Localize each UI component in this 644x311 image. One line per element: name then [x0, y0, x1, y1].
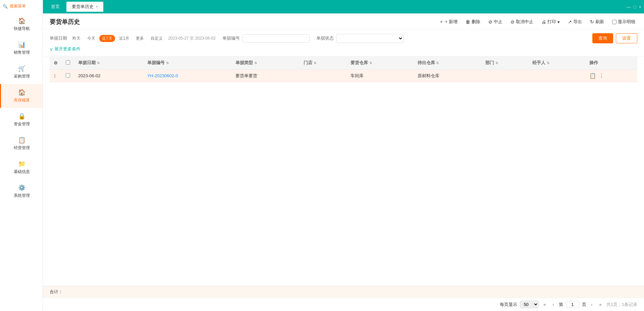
date-btn-yesterday[interactable]: 昨天: [70, 35, 83, 42]
window-controls: — □ ×: [627, 4, 641, 9]
col-order-no: 单据编号 ⇅: [143, 56, 232, 70]
col-store: 门店 ⇅: [300, 56, 346, 70]
sidebar-item-sales[interactable]: 📊 销售管理: [0, 36, 43, 60]
sidebar-item-label: 经营管理: [14, 145, 30, 151]
date-btn-custom[interactable]: 自定义: [148, 35, 165, 42]
sidebar-item-label: 系统管理: [14, 193, 30, 198]
print-button[interactable]: 🖨 打印 ▾: [539, 17, 562, 26]
table-area: ⚙ 单据日期 ⇅ 单据编号 ⇅ 单据类型: [43, 56, 644, 286]
order-no-filter-group: 单据编号: [222, 34, 310, 43]
date-range-display: 2023-05-27 至 2023-06-02: [168, 36, 215, 41]
col-req-warehouse: 要货仓库 ⇅: [346, 56, 413, 70]
cell-num: 1: [50, 70, 62, 82]
pagination: 每页显示 20 50 100 « ‹ 第 页 › » 共1页，1条记录: [43, 298, 644, 311]
query-button[interactable]: 查询: [592, 33, 613, 43]
order-no-input[interactable]: [243, 34, 310, 43]
sort-store-icon[interactable]: ⇅: [314, 61, 316, 65]
sort-date-icon[interactable]: ⇅: [97, 61, 100, 65]
sort-type-icon[interactable]: ⇅: [254, 61, 257, 65]
settings-button[interactable]: 设置: [616, 33, 637, 43]
filter-row-1: 单据日期 昨天 今天 近7天 近1月 更多 自定义 2023-05-27 至 2…: [50, 33, 637, 43]
inventory-icon: 🏠: [18, 89, 25, 96]
close-button[interactable]: ×: [639, 4, 641, 9]
sidebar-item-label: 资金管理: [14, 121, 30, 127]
sidebar-item-finance[interactable]: 🔒 资金管理: [0, 108, 43, 132]
date-shortcuts: 昨天 今天 近7天 近1月 更多 自定义: [70, 35, 165, 42]
status-select[interactable]: [336, 34, 404, 43]
sort-dept-icon[interactable]: ⇅: [495, 61, 498, 65]
page-size-select[interactable]: 20 50 100: [520, 301, 539, 308]
sidebar-item-label: 快捷导航: [14, 26, 30, 32]
detail-checkbox-input[interactable]: [612, 20, 616, 24]
minimize-button[interactable]: —: [627, 4, 631, 9]
sort-handler-icon[interactable]: ⇅: [547, 61, 549, 65]
date-btn-7days[interactable]: 近7天: [99, 35, 115, 42]
show-detail-checkbox[interactable]: 显示明细: [610, 17, 637, 26]
date-btn-more[interactable]: 更多: [133, 35, 147, 42]
date-filter-label: 单据日期: [50, 35, 67, 41]
refresh-button[interactable]: ↻ 刷新: [588, 17, 606, 26]
date-btn-today[interactable]: 今天: [85, 35, 98, 42]
sales-icon: 📊: [18, 41, 25, 48]
toolbar: ＋ + 新增 🗑 删除 ⊘ 中止 ⊘ 取消中止 🖨 打印: [437, 17, 637, 26]
col-settings[interactable]: ⚙: [50, 56, 62, 70]
cell-pending-warehouse: 原材料仓库: [414, 70, 482, 82]
sidebar-item-operations[interactable]: 📋 经营管理: [0, 132, 43, 156]
cell-order-no: YH-20230602-0: [143, 70, 232, 82]
sort-reqwh-icon[interactable]: ⇅: [369, 61, 372, 65]
last-page-button[interactable]: »: [597, 301, 603, 308]
edit-action-icon[interactable]: 📋: [589, 73, 596, 79]
print-icon: 🖨: [541, 19, 546, 25]
cell-checkbox: [62, 70, 74, 82]
cell-action: 📋 ⋮: [585, 70, 637, 82]
topbar: 首页 要货单历史 × — □ ×: [43, 0, 644, 13]
tab-close-icon[interactable]: ×: [96, 4, 98, 9]
delete-icon: 🗑: [466, 19, 470, 25]
table-footer: 合计：: [43, 286, 644, 298]
table-row: 1 2023-06-02 YH-20230602-0 要货单要货 车间库 原材料…: [50, 70, 637, 82]
sidebar-item-base[interactable]: 📁 基础信息: [0, 156, 43, 179]
tab-home-label: 首页: [51, 4, 60, 10]
maximize-button[interactable]: □: [634, 4, 636, 9]
col-pending-warehouse: 待出仓库 ⇅: [414, 56, 482, 70]
sort-pendwh-icon[interactable]: ⇅: [436, 61, 439, 65]
col-action: 操作: [585, 56, 637, 70]
cell-dept: [481, 70, 528, 82]
status-filter-group: 单据状态: [316, 34, 404, 43]
sidebar-item-purchase[interactable]: 🛒 采购管理: [0, 60, 43, 84]
expand-filter-button[interactable]: ∨ 展开更多条件: [50, 46, 637, 52]
filter-area: 单据日期 昨天 今天 近7天 近1月 更多 自定义 2023-05-27 至 2…: [43, 29, 644, 56]
sidebar-item-quick-nav[interactable]: 🏠 快捷导航: [0, 12, 43, 36]
sidebar-item-system[interactable]: ⚙️ 系统管理: [0, 179, 43, 203]
sidebar: 🔍 搜索菜单 🏠 快捷导航 📊 销售管理 🛒 采购管理 🏠 库存核算 🔒 资金管…: [0, 0, 43, 311]
cell-handler: [528, 70, 585, 82]
col-date: 单据日期 ⇅: [74, 56, 143, 70]
data-table: ⚙ 单据日期 ⇅ 单据编号 ⇅ 单据类型: [50, 56, 637, 82]
page-suffix: 页: [582, 302, 586, 308]
tab-requisition[interactable]: 要货单历史 ×: [66, 2, 103, 12]
total-info: 共1页，1条记录: [606, 302, 637, 308]
page-number-input[interactable]: [566, 301, 579, 308]
page-title: 要货单历史: [50, 18, 80, 26]
first-page-button[interactable]: «: [541, 301, 548, 308]
date-btn-1month[interactable]: 近1月: [116, 35, 132, 42]
sort-orderno-icon[interactable]: ⇅: [166, 61, 169, 65]
col-dept: 部门 ⇅: [481, 56, 528, 70]
sidebar-item-inventory[interactable]: 🏠 库存核算: [0, 84, 43, 108]
sidebar-item-label: 库存核算: [14, 97, 30, 103]
select-all-checkbox[interactable]: [66, 60, 70, 64]
suspend-button[interactable]: ⊘ 中止: [486, 17, 504, 26]
more-action-icon[interactable]: ⋮: [599, 73, 604, 79]
next-page-button[interactable]: ›: [589, 301, 594, 308]
system-icon: ⚙️: [18, 184, 25, 191]
new-button[interactable]: ＋ + 新增: [437, 17, 460, 26]
cancel-suspend-button[interactable]: ⊘ 取消中止: [508, 17, 535, 26]
order-no-link[interactable]: YH-20230602-0: [147, 73, 178, 78]
export-button[interactable]: ↗ 导出: [566, 17, 584, 26]
status-label: 单据状态: [316, 35, 334, 41]
tab-home[interactable]: 首页: [46, 2, 65, 12]
delete-button[interactable]: 🗑 删除: [464, 17, 482, 26]
prev-page-button[interactable]: ‹: [551, 301, 556, 308]
row-checkbox[interactable]: [66, 73, 70, 78]
sidebar-search[interactable]: 🔍 搜索菜单: [0, 0, 43, 12]
